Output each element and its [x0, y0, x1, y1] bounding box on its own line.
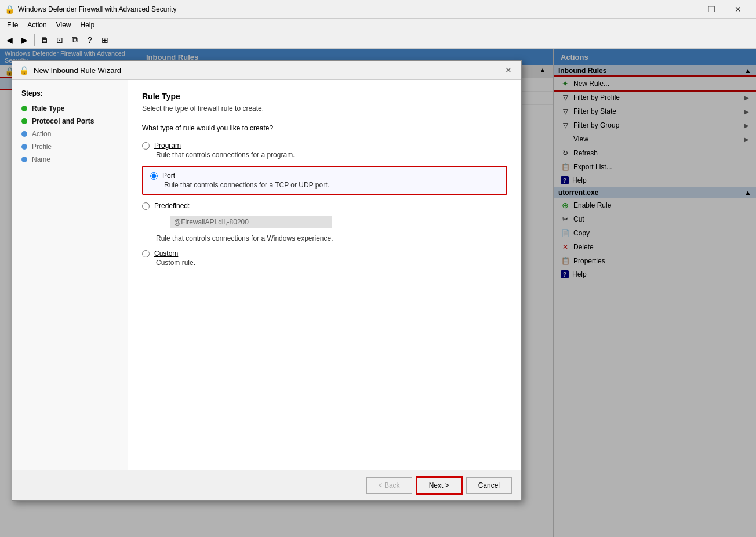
toolbar-separator [34, 34, 35, 46]
modal-question: What type of rule would you like to crea… [142, 124, 507, 132]
option-program: Program Rule that controls connections f… [142, 141, 507, 159]
option-program-text: Program [154, 141, 181, 150]
step-dot-protocol-ports [21, 118, 27, 124]
step-name-label: Name [32, 155, 50, 164]
close-button[interactable]: ✕ [725, 0, 751, 19]
menu-view[interactable]: View [52, 20, 76, 30]
step-action[interactable]: Action [12, 128, 128, 140]
menu-bar: File Action View Help [0, 19, 756, 31]
extra-button[interactable]: ⊞ [98, 33, 112, 47]
option-port-desc: Rule that controls connections for a TCP… [150, 181, 499, 189]
step-action-label: Action [32, 130, 51, 138]
step-rule-type[interactable]: Rule Type [12, 102, 128, 115]
modal-steps-panel: Steps: Rule Type Protocol and Ports Acti… [12, 80, 128, 470]
next-button[interactable]: Next > [417, 477, 461, 494]
menu-help[interactable]: Help [76, 20, 100, 30]
new-rule-wizard-modal: 🔒 New Inbound Rule Wizard ✕ Steps: Rule … [12, 60, 522, 501]
toolbar: ◀ ▶ 🗎 ⊡ ⧉ ? ⊞ [0, 31, 756, 49]
step-dot-profile [21, 144, 27, 150]
rule-type-options: Program Rule that controls connections f… [142, 141, 507, 267]
step-protocol-ports-label: Protocol and Ports [32, 117, 94, 125]
modal-heading: Rule Type [142, 92, 507, 101]
option-predefined-desc: Rule that controls connections for a Win… [142, 234, 507, 242]
next-label: Next > [429, 481, 449, 489]
modal-titlebar: 🔒 New Inbound Rule Wizard ✕ [12, 61, 521, 80]
step-profile[interactable]: Profile [12, 140, 128, 153]
menu-file[interactable]: File [2, 20, 23, 30]
option-program-desc: Rule that controls connections for a pro… [142, 151, 507, 159]
option-port-text: Port [162, 172, 175, 180]
back-label: < Back [379, 481, 400, 489]
app-icon: 🔒 [5, 5, 14, 14]
step-name[interactable]: Name [12, 153, 128, 166]
modal-icon: 🔒 [19, 66, 29, 75]
step-rule-type-label: Rule Type [32, 104, 64, 113]
modal-footer: < Back Next > Cancel [12, 470, 521, 500]
predefined-input-field[interactable] [170, 216, 332, 228]
export-button[interactable]: ⧉ [68, 33, 82, 47]
step-profile-label: Profile [32, 143, 52, 151]
option-program-label[interactable]: Program [142, 141, 507, 150]
option-custom-label[interactable]: Custom [142, 249, 507, 257]
option-custom-text: Custom [154, 249, 178, 257]
view-button[interactable]: ⊡ [53, 33, 67, 47]
window-title: Windows Defender Firewall with Advanced … [18, 5, 671, 13]
browse-button[interactable]: 🗎 [38, 33, 52, 47]
back-button[interactable]: < Back [366, 477, 412, 494]
option-custom: Custom Custom rule. [142, 249, 507, 267]
radio-custom[interactable] [142, 250, 150, 257]
step-dot-rule-type [21, 106, 27, 111]
window-controls: — ❐ ✕ [671, 0, 751, 19]
step-protocol-ports[interactable]: Protocol and Ports [12, 115, 128, 128]
modal-content: Steps: Rule Type Protocol and Ports Acti… [12, 80, 521, 470]
title-bar: 🔒 Windows Defender Firewall with Advance… [0, 0, 756, 19]
option-custom-desc: Custom rule. [142, 259, 507, 267]
modal-overlay: 🔒 New Inbound Rule Wizard ✕ Steps: Rule … [0, 49, 756, 537]
menu-action[interactable]: Action [23, 20, 51, 30]
option-port: Port Rule that controls connections for … [142, 166, 507, 195]
radio-predefined[interactable] [142, 202, 150, 210]
minimize-button[interactable]: — [671, 0, 698, 19]
option-predefined: Predefined: Rule that controls connectio… [142, 202, 507, 242]
cancel-label: Cancel [478, 481, 500, 489]
modal-subtext: Select the type of firewall rule to crea… [142, 104, 507, 113]
help-button[interactable]: ? [83, 33, 97, 47]
step-dot-name [21, 157, 27, 162]
radio-port[interactable] [150, 172, 158, 180]
cancel-button[interactable]: Cancel [466, 477, 512, 494]
back-button[interactable]: ◀ [2, 33, 16, 47]
option-predefined-text: Predefined: [154, 202, 190, 210]
radio-program[interactable] [142, 142, 150, 150]
steps-label: Steps: [12, 89, 128, 102]
option-predefined-label[interactable]: Predefined: [142, 202, 507, 210]
option-port-label[interactable]: Port [150, 172, 499, 180]
modal-main-content: Rule Type Select the type of firewall ru… [128, 80, 521, 470]
modal-close-button[interactable]: ✕ [503, 64, 514, 76]
restore-button[interactable]: ❐ [698, 0, 725, 19]
modal-title: New Inbound Rule Wizard [34, 66, 498, 75]
forward-button[interactable]: ▶ [17, 33, 31, 47]
step-dot-action [21, 131, 27, 137]
